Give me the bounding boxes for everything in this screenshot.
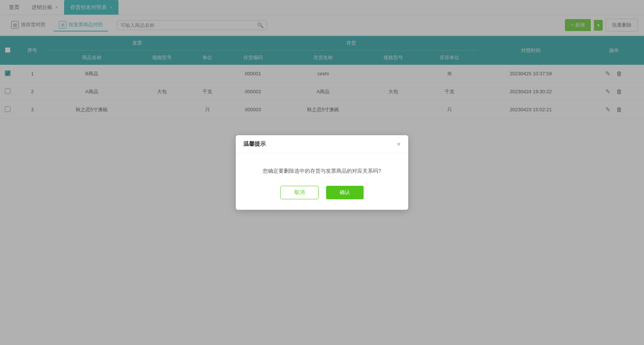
dialog-close-btn[interactable]: × [397,141,401,148]
dialog-footer: 取消 确认 [236,186,408,210]
overlay: 温馨提示 × 您确定要删除选中的存货与发票商品的对应关系吗? 取消 确认 [0,0,644,345]
dialog-header: 温馨提示 × [236,135,408,153]
dialog-body: 您确定要删除选中的存货与发票商品的对应关系吗? [236,153,408,185]
btn-confirm[interactable]: 确认 [326,186,364,199]
btn-cancel[interactable]: 取消 [280,186,319,199]
content-area: ▤ 按存货对照 ⊞ 按发票商品对照 🔍 + 新增 ▾ 批量删除 [0,15,644,345]
dialog-message: 您确定要删除选中的存货与发票商品的对应关系吗? [263,168,381,174]
dialog-title: 温馨提示 [243,140,266,148]
dialog: 温馨提示 × 您确定要删除选中的存货与发票商品的对应关系吗? 取消 确认 [236,135,408,209]
